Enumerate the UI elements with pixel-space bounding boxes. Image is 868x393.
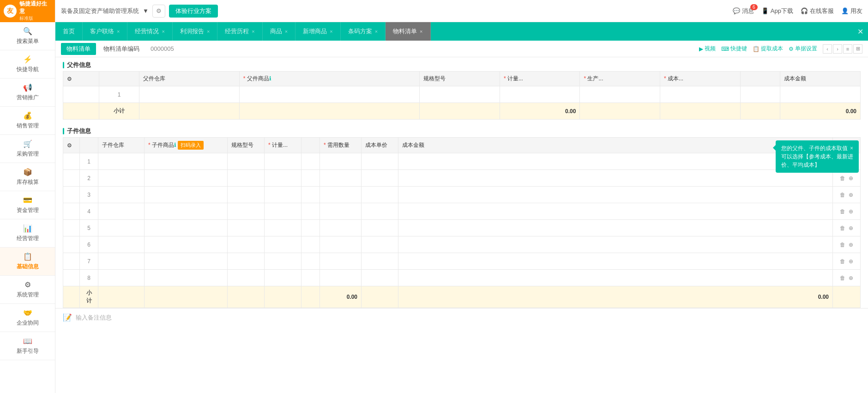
sidebar-item-快捷导航[interactable]: ⚡快捷导航 [0, 50, 55, 79]
app-download-btn[interactable]: 📱 App下载 [761, 7, 793, 15]
parent-col-product: * 父件商品ℹ [239, 72, 420, 86]
nav-arrows: ‹ › ≡ ⊞ [823, 44, 862, 54]
try-button[interactable]: 体验行业方案 [169, 5, 218, 18]
parent-section-title: 父件信息 [67, 61, 91, 69]
sidebar-icon: 💳 [23, 196, 32, 205]
sub-tab-code-label: 物料清单编码 [98, 43, 145, 55]
tab-close-icon[interactable]: × [207, 29, 210, 34]
tab-close-icon[interactable]: × [375, 29, 378, 34]
copy-icon[interactable]: ⊕ [849, 208, 853, 215]
main-area: 装备及固定资产辅助管理系统 ▼ ⚙ 体验行业方案 💬 消息 6 📱 App下载 … [55, 0, 868, 393]
child-col-unit: * 计量... [265, 138, 301, 153]
grid-arrow[interactable]: ⊞ [853, 44, 862, 54]
header-left: 装备及固定资产辅助管理系统 ▼ ⚙ 体验行业方案 [61, 5, 218, 18]
sidebar-item-经营管理[interactable]: 📊经营管理 [0, 219, 55, 248]
child-table-wrapper: ⚙ 子件仓库 * 子件商品ℹ 扫码录入 规格型号 * 计量... * 需用数量 … [55, 137, 868, 308]
parent-col-warehouse: 父件仓库 [139, 72, 239, 86]
user-menu[interactable]: 👤 用友 [841, 7, 862, 15]
copy-icon[interactable]: ⊕ [849, 225, 853, 231]
child-col-settings: ⚙ [63, 138, 80, 153]
delete-icon[interactable]: 🗑 [840, 225, 845, 231]
parent-col-cost: * 成本... [660, 72, 741, 86]
shortcut-label: 快捷键 [730, 45, 747, 53]
nav-tab-新增商品[interactable]: 新增商品× [295, 22, 340, 41]
sidebar-icon: 📋 [23, 252, 32, 261]
sidebar-label: 快捷导航 [17, 66, 39, 73]
child-row-1: 1 🗑 ⊕ [63, 153, 861, 170]
nav-tab-条码方案[interactable]: 条码方案× [341, 22, 386, 41]
menu-arrow[interactable]: ≡ [843, 44, 852, 54]
nav-tab-经营情况[interactable]: 经营情况× [127, 22, 172, 41]
sidebar-label: 经营管理 [17, 235, 39, 242]
tab-close-icon[interactable]: × [252, 29, 254, 34]
nav-tab-物料清单[interactable]: 物料清单× [386, 22, 430, 41]
settings-btn[interactable]: ⚙ [152, 5, 165, 18]
child-section-title: 子件信息 [67, 127, 91, 135]
delete-icon[interactable]: 🗑 [840, 175, 845, 181]
tab-label: 新增商品 [303, 27, 327, 36]
copy-icon[interactable]: ⊕ [849, 192, 853, 198]
tab-label: 商品 [270, 27, 282, 36]
child-row-2: 2 🗑 ⊕ [63, 170, 861, 187]
delete-icon[interactable]: 🗑 [840, 242, 845, 248]
copy-icon[interactable]: ⊕ [849, 275, 853, 281]
nav-tab-首页[interactable]: 首页 [55, 22, 83, 41]
sidebar-item-新手引导[interactable]: 📖新手引导 [0, 332, 55, 360]
note-placeholder[interactable]: 输入备注信息 [76, 314, 112, 322]
sidebar-item-营销推广[interactable]: 📢营销推广 [0, 79, 55, 107]
system-dropdown-icon[interactable]: ▼ [143, 7, 149, 14]
sidebar-icon: 💰 [23, 111, 32, 120]
delete-icon[interactable]: 🗑 [840, 208, 845, 215]
parent-col-unit: * 计量... [500, 72, 580, 86]
tooltip-close-btn[interactable]: × [850, 144, 853, 152]
extract-label: 提取成本 [761, 45, 783, 53]
message-btn[interactable]: 💬 消息 6 [733, 7, 754, 15]
video-icon: ▶ [699, 46, 703, 52]
tab-close-icon[interactable]: × [162, 29, 164, 34]
prev-arrow[interactable]: ‹ [823, 44, 832, 54]
child-section-header: 子件信息 [55, 123, 868, 137]
delete-icon[interactable]: 🗑 [840, 258, 845, 265]
shortcut-action[interactable]: ⌨ 快捷键 [721, 45, 747, 53]
nav-tab-客户联络[interactable]: 客户联络× [83, 22, 127, 41]
logo-icon: 友 [4, 5, 17, 18]
copy-icon[interactable]: ⊕ [849, 175, 853, 181]
parent-col-rownum [99, 72, 139, 86]
sidebar-icon: 📖 [23, 337, 32, 345]
nav-tab-经营历程[interactable]: 经营历程× [217, 22, 262, 41]
scan-input-btn[interactable]: 扫码录入 [178, 141, 204, 150]
app-download-label: App下载 [771, 7, 793, 15]
tab-close-icon[interactable]: × [285, 29, 288, 34]
doc-settings-icon: ⚙ [789, 46, 794, 52]
close-all-btn[interactable]: ✕ [853, 22, 868, 41]
extract-cost-action[interactable]: 📋 提取成本 [753, 45, 783, 53]
sidebar-item-库存核算[interactable]: 📦库存核算 [0, 163, 55, 191]
child-row-4: 4 🗑 ⊕ [63, 203, 861, 220]
sidebar-item-采购管理[interactable]: 🛒采购管理 [0, 135, 55, 163]
sidebar-item-基础信息[interactable]: 📋基础信息 [0, 248, 55, 276]
sidebar-item-搜索菜单[interactable]: 🔍搜索菜单 [0, 22, 55, 50]
online-service-btn[interactable]: 🎧 在线客服 [801, 7, 834, 15]
copy-icon[interactable]: ⊕ [849, 258, 853, 265]
tab-close-icon[interactable]: × [117, 29, 120, 34]
app-subtitle: 标准版 [19, 15, 51, 22]
sub-tab-bom[interactable]: 物料清单 [61, 43, 96, 55]
sidebar-item-企业协同[interactable]: 🤝企业协同 [0, 304, 55, 332]
sidebar-item-系统管理[interactable]: ⚙系统管理 [0, 276, 55, 304]
copy-icon[interactable]: ⊕ [849, 242, 853, 248]
tab-close-icon[interactable]: × [330, 29, 332, 34]
delete-icon[interactable]: 🗑 [840, 192, 845, 198]
video-action[interactable]: ▶ 视频 [699, 45, 716, 53]
sidebar-label: 营销推广 [17, 94, 39, 102]
sidebar-item-资金管理[interactable]: 💳资金管理 [0, 191, 55, 219]
bom-code: 0000005 [151, 45, 174, 52]
tab-close-icon[interactable]: × [420, 29, 422, 34]
next-arrow[interactable]: › [833, 44, 842, 54]
sidebar-item-销售管理[interactable]: 💰销售管理 [0, 107, 55, 135]
child-row-6: 6 🗑 ⊕ [63, 236, 861, 253]
nav-tab-商品[interactable]: 商品× [263, 22, 295, 41]
nav-tab-利润报告[interactable]: 利润报告× [173, 22, 217, 41]
sidebar-label: 企业协同 [17, 319, 39, 327]
doc-settings-action[interactable]: ⚙ 单据设置 [789, 45, 817, 53]
delete-icon[interactable]: 🗑 [840, 275, 845, 281]
